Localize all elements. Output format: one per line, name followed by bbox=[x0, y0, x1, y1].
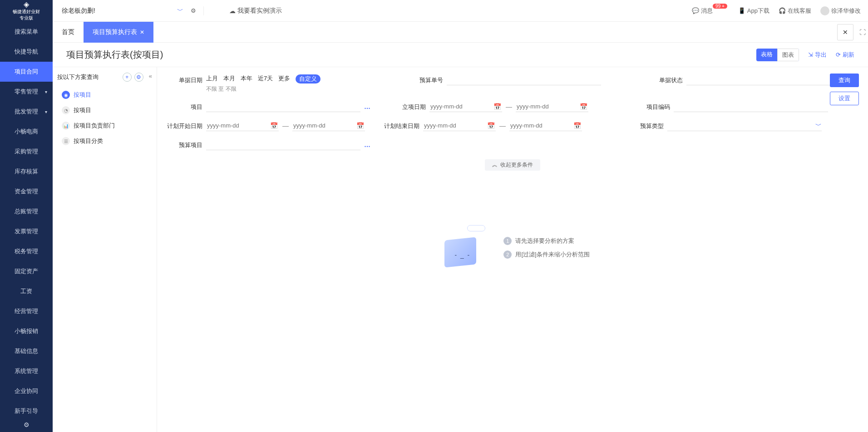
sidebar: 搜索菜单快捷导航项目合同零售管理▾批发管理▾小畅电商采购管理库存核算资金管理总账… bbox=[0, 22, 53, 432]
tabs-row: 首页项目预算执行表✕✕ ⛶ bbox=[53, 22, 868, 43]
view-toggle: 表格 图表 bbox=[756, 49, 799, 61]
doc-status-select[interactable] bbox=[686, 74, 831, 85]
project-input[interactable] bbox=[206, 101, 360, 112]
sidebar-item[interactable]: 采购管理 bbox=[0, 142, 53, 162]
filter-doc-date: 单据日期 上月 本月 本年 近7天 更多 自定义 不限 至 不限 bbox=[166, 74, 321, 93]
collapse-scheme-icon[interactable]: « bbox=[149, 73, 152, 82]
add-scheme-button[interactable]: + bbox=[123, 73, 132, 82]
budget-item-lookup-icon[interactable]: … bbox=[364, 141, 371, 148]
refresh-icon: ⟳ bbox=[836, 51, 841, 58]
sidebar-item[interactable]: 搜索菜单 bbox=[0, 22, 53, 42]
plan-start-to[interactable] bbox=[292, 120, 365, 131]
logo-icon: ◈ bbox=[24, 0, 29, 9]
tenant-settings-icon[interactable]: ⚙ bbox=[191, 7, 196, 14]
init-date-to[interactable] bbox=[516, 101, 588, 112]
app-download-link[interactable]: 📱 App下载 bbox=[738, 7, 769, 15]
refresh-link[interactable]: ⟳ 刷新 bbox=[836, 51, 854, 59]
plan-end-to[interactable] bbox=[509, 120, 582, 131]
filter-budget-type: 预算类型 ﹀ bbox=[627, 120, 822, 131]
chevron-down-icon: ﹀ bbox=[815, 122, 822, 130]
budget-no-input[interactable] bbox=[447, 74, 601, 85]
scheme-icon: ☰ bbox=[62, 137, 70, 145]
sidebar-item[interactable]: 资金管理 bbox=[0, 182, 53, 201]
settings-button[interactable]: 设置 bbox=[830, 92, 859, 105]
sidebar-item[interactable]: 快捷导航 bbox=[0, 42, 53, 62]
sidebar-item[interactable]: 系统管理 bbox=[0, 361, 53, 381]
brand-logo: ◈ 畅捷通好业财 专业版 bbox=[0, 0, 53, 22]
project-code-input[interactable] bbox=[674, 101, 828, 112]
sidebar-settings-icon[interactable]: ⚙ bbox=[0, 421, 53, 428]
sidebar-item[interactable]: 固定资产 bbox=[0, 261, 53, 281]
scheme-item[interactable]: ☰按项目分类 bbox=[57, 133, 152, 149]
budget-type-select[interactable] bbox=[667, 120, 812, 131]
export-link[interactable]: ⇲ 导出 bbox=[808, 51, 827, 59]
qd-custom[interactable]: 自定义 bbox=[296, 74, 321, 83]
chevron-down-icon: ﹀ bbox=[177, 7, 183, 15]
brand-edition: 专业版 bbox=[20, 15, 33, 21]
scheme-icon: 📊 bbox=[62, 122, 70, 130]
tenant-name: 徐老板勿删! bbox=[62, 7, 95, 15]
budget-item-input[interactable] bbox=[206, 139, 360, 150]
scheme-item[interactable]: ◔按项目 bbox=[57, 103, 152, 118]
support-link[interactable]: 🎧 在线客服 bbox=[779, 7, 811, 15]
date-range-display: 不限 至 不限 bbox=[206, 85, 321, 93]
sidebar-item[interactable]: 零售管理▾ bbox=[0, 82, 53, 102]
close-tab-button[interactable]: ✕ bbox=[837, 24, 853, 40]
phone-icon: 📱 bbox=[738, 7, 745, 14]
sidebar-item[interactable]: 总账管理 bbox=[0, 201, 53, 221]
main-content: 按以下方案查询 + ⚙ « ◉按项目◔按项目📊按项目负责部门☰按项目分类 查询 … bbox=[53, 67, 868, 432]
tenant-selector[interactable]: 徐老板勿删! ﹀ bbox=[62, 7, 183, 15]
empty-state: - _ - 1 请先选择要分析的方案 2 用[过滤]条件来缩小分析范围 bbox=[166, 225, 859, 270]
fullscreen-icon[interactable]: ⛶ bbox=[857, 29, 868, 36]
qd-more[interactable]: 更多 bbox=[278, 74, 290, 83]
sidebar-item[interactable]: 经营管理 bbox=[0, 301, 53, 321]
chevron-down-icon: ▾ bbox=[45, 89, 47, 94]
sidebar-item[interactable]: 小畅报销 bbox=[0, 321, 53, 341]
scheme-header: 按以下方案查询 + ⚙ « bbox=[57, 73, 152, 82]
top-header: ◈ 畅捷通好业财 专业版 徐老板勿删! ﹀ ⚙ ☁ 我要看实例演示 💬 消息 9… bbox=[0, 0, 868, 22]
export-icon: ⇲ bbox=[808, 51, 813, 58]
scheme-panel: 按以下方案查询 + ⚙ « ◉按项目◔按项目📊按项目负责部门☰按项目分类 bbox=[53, 67, 157, 432]
sidebar-item[interactable]: 工资 bbox=[0, 281, 53, 301]
sidebar-item[interactable]: 库存核算 bbox=[0, 162, 53, 182]
filter-project: 项目 … bbox=[166, 101, 371, 112]
plan-end-from[interactable] bbox=[423, 120, 496, 131]
collapse-filters-toggle[interactable]: ︽ 收起更多条件 bbox=[485, 159, 540, 171]
filter-budget-item: 预算项目 … bbox=[166, 139, 371, 150]
init-date-from[interactable] bbox=[429, 101, 502, 112]
plan-start-from[interactable] bbox=[206, 120, 279, 131]
sidebar-item[interactable]: 发票管理 bbox=[0, 221, 53, 241]
filter-init-date: 立项日期 📅 — 📅 bbox=[390, 101, 588, 112]
sidebar-item[interactable]: 基础信息 bbox=[0, 341, 53, 361]
view-table-toggle[interactable]: 表格 bbox=[756, 49, 777, 61]
project-lookup-icon[interactable]: … bbox=[364, 103, 371, 110]
view-chart-toggle[interactable]: 图表 bbox=[777, 49, 799, 61]
sidebar-item[interactable]: 税务管理 bbox=[0, 241, 53, 261]
close-icon[interactable]: ✕ bbox=[140, 29, 144, 35]
sidebar-item[interactable]: 批发管理▾ bbox=[0, 102, 53, 122]
qd-this-month[interactable]: 本月 bbox=[223, 74, 235, 83]
sidebar-item[interactable]: 企业协同 bbox=[0, 381, 53, 401]
empty-illustration: - _ - bbox=[435, 225, 490, 270]
sidebar-item[interactable]: 新手引导 bbox=[0, 401, 53, 421]
filter-budget-no: 预算单号 bbox=[407, 74, 601, 85]
qd-last-month[interactable]: 上月 bbox=[206, 74, 218, 83]
avatar-icon bbox=[820, 6, 829, 15]
messages-link[interactable]: 💬 消息 99 + bbox=[692, 7, 729, 15]
filter-project-code: 项目编码 bbox=[634, 101, 828, 112]
user-menu[interactable]: 徐泽华修改 bbox=[820, 6, 861, 15]
demo-link[interactable]: ☁ 我要看实例演示 bbox=[229, 7, 282, 15]
filter-panel: 查询 设置 单据日期 上月 本月 本年 近7天 更多 自定义 不限 至 不限 bbox=[157, 67, 868, 432]
sidebar-item[interactable]: 项目合同 bbox=[0, 62, 53, 82]
tab[interactable]: 首页 bbox=[53, 22, 84, 43]
query-button[interactable]: 查询 bbox=[830, 74, 859, 87]
scheme-settings-button[interactable]: ⚙ bbox=[134, 73, 143, 82]
scheme-item[interactable]: ◉按项目 bbox=[57, 87, 152, 103]
tab[interactable]: 项目预算执行表✕ bbox=[84, 22, 153, 43]
scheme-item[interactable]: 📊按项目负责部门 bbox=[57, 118, 152, 133]
chevron-down-icon: ▾ bbox=[45, 109, 47, 114]
qd-7days[interactable]: 近7天 bbox=[258, 74, 273, 83]
empty-hint-1: 1 请先选择要分析的方案 bbox=[503, 237, 589, 245]
qd-this-year[interactable]: 本年 bbox=[241, 74, 252, 83]
sidebar-item[interactable]: 小畅电商 bbox=[0, 122, 53, 142]
